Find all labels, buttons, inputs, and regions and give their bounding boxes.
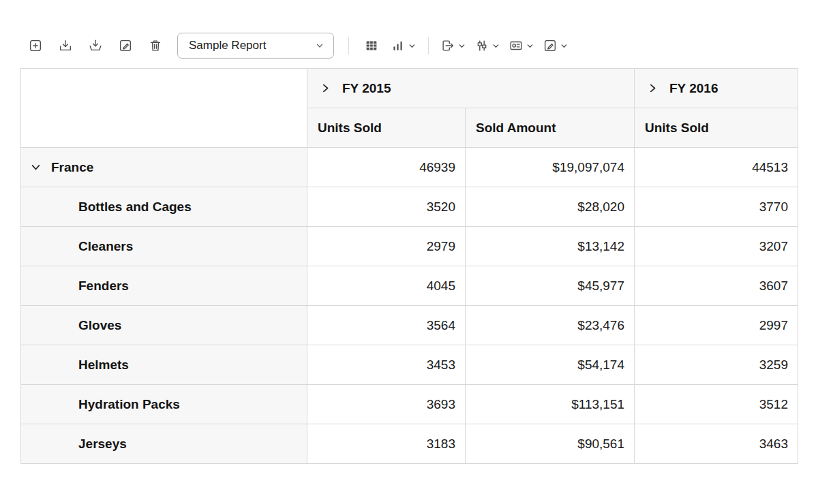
table-row: Bottles and Cages 3520 $28,020 3770 [21, 187, 798, 227]
data-cell[interactable]: $23,476 [466, 306, 635, 345]
table-row: Cleaners 2979 $13,142 3207 [21, 227, 798, 266]
data-cell[interactable]: 3259 [635, 345, 798, 385]
row-header: Gloves [21, 306, 307, 345]
save-report-button[interactable] [52, 32, 79, 59]
row-label: France [51, 160, 93, 175]
open-report-icon [88, 38, 103, 53]
column-group-label: FY 2015 [342, 81, 391, 96]
chevron-down-icon [408, 42, 416, 50]
data-cell[interactable]: $13,142 [466, 227, 635, 266]
column-group-fy2015[interactable]: FY 2015 [307, 69, 635, 108]
data-cell[interactable]: 2997 [635, 306, 798, 345]
new-report-icon [28, 38, 43, 53]
chevron-down-icon [491, 42, 500, 50]
report-select-value: Sample Report [189, 39, 266, 52]
data-cell[interactable]: 3453 [307, 345, 466, 385]
data-cell[interactable]: 3770 [635, 187, 798, 227]
table-row: Gloves 3564 $23,476 2997 [21, 306, 798, 345]
toolbar: Sample Report [20, 30, 798, 61]
corner-cell [21, 69, 307, 148]
charts-view-icon [391, 38, 406, 53]
data-cell[interactable]: 2979 [307, 227, 466, 266]
expand-right-icon[interactable] [320, 83, 331, 93]
format-icon [509, 38, 524, 53]
chevron-down-icon [457, 42, 466, 50]
column-group-fy2016[interactable]: FY 2016 [635, 69, 798, 108]
data-cell[interactable]: $45,977 [466, 266, 635, 306]
export-icon [440, 38, 455, 53]
save-report-icon [58, 38, 73, 53]
chevron-down-icon [526, 42, 534, 50]
export-button[interactable] [438, 32, 469, 59]
chevron-down-icon [560, 42, 569, 50]
edit-report-button[interactable] [112, 32, 139, 59]
row-header: Jerseys [21, 424, 307, 464]
data-cell[interactable]: 3463 [635, 424, 798, 464]
data-cell[interactable]: $28,020 [466, 187, 635, 227]
delete-report-button[interactable] [142, 32, 169, 59]
column-header-units-sold: Units Sold [307, 108, 466, 148]
data-cell[interactable]: 46939 [307, 148, 466, 187]
table-row: Hydration Packs 3693 $113,151 3512 [21, 385, 798, 424]
data-cell[interactable]: 3512 [635, 385, 798, 424]
row-header: Cleaners [21, 227, 307, 266]
data-cell[interactable]: $90,561 [466, 424, 635, 464]
data-cell[interactable]: 3520 [307, 187, 466, 227]
table-row: Jerseys 3183 $90,561 3463 [21, 424, 798, 464]
data-cell[interactable]: 4045 [307, 266, 466, 306]
fields-button[interactable] [472, 32, 503, 59]
pivot-table: FY 2015 FY 2016 Units Sold Sold Amount U… [20, 68, 798, 464]
fields-icon [474, 38, 489, 53]
chevron-down-icon [315, 41, 324, 50]
data-cell[interactable]: 3564 [307, 306, 466, 345]
toolbar-divider [428, 37, 429, 54]
data-cell[interactable]: 3607 [635, 266, 798, 306]
table-row: France 46939 $19,097,074 44513 [21, 148, 798, 187]
report-select[interactable]: Sample Report [177, 33, 334, 59]
charts-view-button[interactable] [388, 32, 419, 59]
table-row: Fenders 4045 $45,977 3607 [21, 266, 798, 306]
data-cell[interactable]: 3183 [307, 424, 466, 464]
data-cell[interactable]: 3693 [307, 385, 466, 424]
column-header-sold-amount: Sold Amount [466, 108, 635, 148]
new-report-button[interactable] [22, 32, 49, 59]
data-cell[interactable]: 3207 [635, 227, 798, 266]
row-header: Hydration Packs [21, 385, 307, 424]
toolbar-divider [348, 37, 349, 54]
data-cell[interactable]: $54,174 [466, 345, 635, 385]
column-group-label: FY 2016 [669, 81, 718, 96]
options-icon [543, 38, 558, 53]
row-header: Helmets [21, 345, 307, 385]
delete-report-icon [148, 38, 163, 53]
data-cell[interactable]: $113,151 [466, 385, 635, 424]
data-cell[interactable]: $19,097,074 [466, 148, 635, 187]
open-report-button[interactable] [82, 32, 109, 59]
row-header: Bottles and Cages [21, 187, 307, 227]
format-button[interactable] [506, 32, 537, 59]
pivot-app: Sample Report [0, 0, 818, 464]
edit-report-icon [118, 38, 133, 53]
row-header: Fenders [21, 266, 307, 306]
grid-view-icon [364, 38, 379, 53]
table-row: Helmets 3453 $54,174 3259 [21, 345, 798, 385]
column-group-row: FY 2015 FY 2016 [21, 69, 798, 108]
data-cell[interactable]: 44513 [635, 148, 798, 187]
row-header-france[interactable]: France [21, 148, 307, 187]
options-button[interactable] [540, 32, 571, 59]
column-header-units-sold: Units Sold [635, 108, 798, 148]
collapse-down-icon[interactable] [31, 162, 41, 172]
expand-right-icon[interactable] [648, 83, 658, 93]
grid-view-button[interactable] [358, 32, 385, 59]
